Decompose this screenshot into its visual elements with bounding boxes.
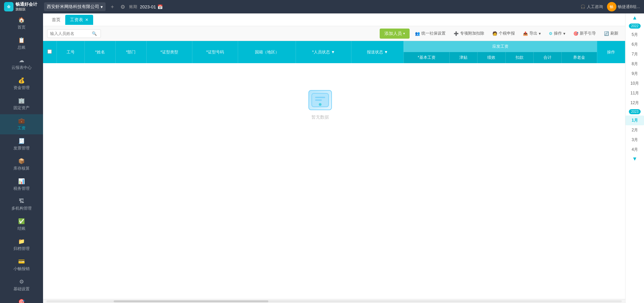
inventory-icon: 📦: [18, 158, 25, 164]
month-item-2022-8[interactable]: 8月: [626, 59, 644, 69]
month-item-2023-3[interactable]: 3月: [626, 135, 644, 145]
horizontal-scrollbar[interactable]: [43, 299, 625, 303]
sidebar-item-inventory[interactable]: 📦 库存核算: [0, 155, 43, 175]
home-icon: 🏠: [18, 17, 25, 23]
sidebar-item-invoice[interactable]: 🧾 发票管理: [0, 134, 43, 155]
sidebar-item-guide[interactable]: 🎯 新手引导: [0, 295, 43, 303]
sidebar-item-archive[interactable]: 📁 归档管理: [0, 235, 43, 255]
checkbox-header[interactable]: [43, 41, 56, 63]
th-id-type: *证型类型: [146, 41, 192, 63]
export-arrow-icon: ▾: [539, 31, 541, 36]
filter-icon2: ▼: [384, 50, 388, 54]
month-item-2022-6[interactable]: 6月: [626, 40, 644, 49]
settings-icon[interactable]: ⚙: [119, 2, 126, 11]
month-item-2022-7[interactable]: 7月: [626, 49, 644, 59]
sidebar-item-settings[interactable]: ⚙ 基础设置: [0, 275, 43, 295]
year-2023-section: 2023 1月 2月 3月 4月: [626, 108, 644, 155]
tab-salary-table[interactable]: 工资表 ✕: [65, 15, 93, 25]
assets-icon: 🏢: [18, 97, 25, 104]
refresh-icon: 🔄: [604, 31, 609, 36]
add-company-icon[interactable]: ＋: [108, 2, 116, 12]
operation-icon: ⚙: [549, 31, 553, 36]
sidebar-item-home[interactable]: 🏠 首页: [0, 13, 43, 34]
th-total: 合计: [533, 52, 561, 63]
sidebar-item-assets[interactable]: 🏢 固定资产: [0, 94, 43, 114]
sidebar-item-close-account[interactable]: ✅ 结账: [0, 215, 43, 235]
scroll-up-icon[interactable]: ▲: [631, 13, 639, 22]
month-item-2023-1[interactable]: 1月: [626, 116, 644, 125]
close-account-icon: ✅: [18, 218, 25, 224]
human-service-button[interactable]: 🎧 人工咨询: [580, 4, 603, 10]
chevron-down-icon: ▾: [101, 4, 103, 9]
sidebar-item-cloud-report[interactable]: ☁ 云报表中心: [0, 54, 43, 74]
add-person-button[interactable]: 添加人员 ▾: [380, 29, 410, 39]
select-all-checkbox[interactable]: [47, 49, 52, 54]
salary-icon: 💼: [18, 118, 25, 124]
th-nationality: 国籍（地区）: [238, 41, 296, 63]
company-selector[interactable]: 西安虾米网络科技有限公司 ▾: [44, 2, 106, 11]
scroll-down-icon[interactable]: ▼: [631, 155, 639, 163]
sidebar-item-label: 资金管理: [13, 85, 30, 91]
month-item-2022-5[interactable]: 5月: [626, 30, 644, 40]
guide-button[interactable]: 🎯 新手引导: [571, 29, 599, 38]
period-label: 账期: [129, 4, 137, 10]
invoice-icon: 🧾: [18, 138, 25, 144]
multi-org-icon: 🏗: [19, 198, 24, 204]
sidebar-item-expense[interactable]: 💳 小畅报销: [0, 255, 43, 275]
export-button[interactable]: 📤 导出 ▾: [520, 29, 543, 38]
sidebar-item-multi-org[interactable]: 🏗 多机构管理: [0, 195, 43, 215]
sidebar-item-label: 云报表中心: [11, 65, 32, 71]
year-2022-section: 2022 5月 6月 7月 8月 9月 10月 11月 12月: [626, 22, 644, 108]
th-deduction: 扣款: [505, 52, 533, 63]
th-employee-id: 工号: [56, 41, 84, 63]
search-box[interactable]: 🔍: [47, 29, 101, 38]
user-menu[interactable]: 畅 畅捷通B组...: [607, 2, 640, 11]
logo-icon: 会: [4, 2, 13, 11]
month-item-2022-9[interactable]: 9月: [626, 69, 644, 79]
tax-declare-icon: 🧑: [492, 31, 497, 36]
month-item-2023-4[interactable]: 4月: [626, 145, 644, 155]
search-input[interactable]: [50, 31, 90, 36]
company-name: 西安虾米网络科技有限公司: [47, 4, 99, 10]
scroll-thumb[interactable]: [114, 300, 268, 302]
sidebar-item-label: 固定资产: [13, 105, 30, 111]
tab-close-icon[interactable]: ✕: [85, 17, 88, 22]
th-performance: 绩效: [478, 52, 505, 63]
archive-icon: 📁: [18, 238, 25, 245]
export-icon: 📤: [523, 31, 528, 36]
sidebar-item-ledger[interactable]: 📋 总账: [0, 34, 43, 54]
salary-table: 工号 *姓名 *部门 *证型类型 *证型号码 国籍（地区） *人员状态 ▼ 报送…: [43, 41, 625, 299]
period-value[interactable]: 2023-01 📅: [140, 4, 163, 9]
sidebar-item-label: 库存核算: [13, 166, 30, 171]
scroll-track: [46, 300, 622, 302]
month-item-2022-11[interactable]: 11月: [626, 88, 644, 98]
sidebar-item-label: 税务管理: [13, 186, 30, 191]
sidebar-item-tax[interactable]: 📊 税务管理: [0, 175, 43, 195]
svg-rect-1: [315, 97, 325, 98]
operation-button[interactable]: ⚙ 操作 ▾: [546, 29, 568, 38]
th-operations: 操作: [597, 41, 625, 63]
th-submit-status[interactable]: 报送状态 ▼: [351, 41, 404, 63]
tax-declare-button[interactable]: 🧑 个税申报: [490, 29, 518, 38]
th-allowance: 津贴: [450, 52, 478, 63]
month-selector: ▲ 2022 5月 6月 7月 8月 9月 10月 11月 12月 2023 1…: [625, 13, 644, 303]
th-status[interactable]: *人员状态 ▼: [296, 41, 351, 63]
operation-arrow-icon: ▾: [563, 31, 565, 36]
expense-icon: 💳: [18, 258, 25, 265]
special-deduction-button[interactable]: ➕ 专项附加扣除: [451, 29, 487, 38]
month-item-2023-2[interactable]: 2月: [626, 125, 644, 135]
dropdown-arrow-icon: ▾: [403, 32, 405, 35]
empty-icon: [308, 90, 332, 110]
search-icon: 🔍: [92, 31, 97, 36]
svg-rect-2: [315, 99, 322, 101]
sidebar-item-salary[interactable]: 💼 工资: [0, 114, 43, 134]
tab-home[interactable]: 首页: [47, 15, 65, 25]
sidebar-item-label: 归档管理: [13, 246, 30, 252]
app-logo: 会 畅通好会计 旗舰版: [4, 2, 37, 12]
month-item-2022-10[interactable]: 10月: [626, 79, 644, 88]
social-security-icon: 👥: [415, 31, 420, 36]
month-item-2022-12[interactable]: 12月: [626, 98, 644, 108]
refresh-button[interactable]: 🔄 刷新: [601, 29, 621, 38]
social-security-button[interactable]: 👥 统一社保设置: [412, 29, 448, 38]
sidebar-item-finance[interactable]: 💰 资金管理: [0, 74, 43, 94]
